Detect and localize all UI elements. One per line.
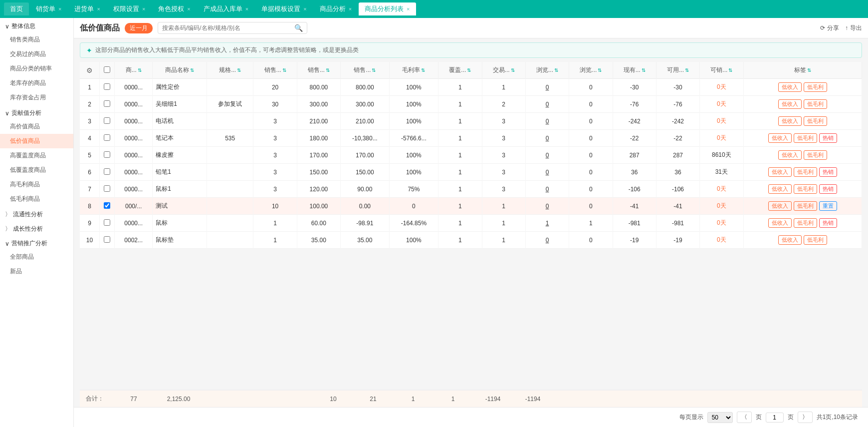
table-container[interactable]: ⚙ 商...⇅ 商品名称⇅ 规格...⇅ 销售...⇅ 销售...⇅ 销售...… (74, 62, 868, 390)
close-icon[interactable]: × (142, 6, 145, 12)
footer-stock: -1194 (473, 396, 513, 403)
nav-purchase-order[interactable]: 进货单 × (68, 2, 106, 15)
sidebar-item-traded-goods[interactable]: 交易过的商品 (0, 47, 73, 61)
share-button[interactable]: ⟳ 分享 (820, 24, 839, 32)
th-tags[interactable]: 标签⇅ (743, 62, 862, 79)
nav-product-analysis[interactable]: 商品分析 × (314, 2, 358, 15)
export-button[interactable]: ↑ 导出 (845, 24, 862, 32)
prev-page-button[interactable]: 〈 (737, 412, 752, 423)
th-qty[interactable]: 销售...⇅ (253, 62, 297, 79)
row-gross: 100% (389, 164, 438, 181)
sidebar-item-low-coverage[interactable]: 低覆盖度商品 (0, 163, 73, 177)
th-amount[interactable]: 销售...⇅ (341, 62, 390, 79)
sidebar-item-all-goods[interactable]: 全部商品 (0, 250, 73, 264)
row-checkbox[interactable] (104, 236, 110, 243)
search-icon[interactable]: 🔍 (294, 24, 303, 32)
sidebar-group-overview: ∨ 整体信息 (0, 18, 73, 32)
row-pv1[interactable]: 0 (525, 147, 569, 164)
next-page-button[interactable]: 〉 (798, 412, 813, 423)
th-gross[interactable]: 毛利率⇅ (389, 62, 438, 79)
close-icon[interactable]: × (303, 6, 306, 12)
th-spec[interactable]: 规格...⇅ (207, 62, 253, 79)
th-pv1[interactable]: 浏览...⇅ (525, 62, 569, 79)
nav-template-setting[interactable]: 单据模板设置 × (255, 2, 312, 15)
row-checkbox-cell[interactable] (100, 130, 115, 147)
sidebar-item-low-margin[interactable]: 低毛利商品 (0, 192, 73, 206)
close-icon[interactable]: × (349, 6, 352, 12)
row-pv1[interactable]: 0 (525, 181, 569, 198)
row-checkbox[interactable] (104, 185, 110, 192)
close-icon[interactable]: × (187, 6, 190, 12)
nav-product-analysis-list[interactable]: 商品分析列表 × (359, 2, 416, 15)
row-pv1[interactable]: 0 (525, 113, 569, 130)
th-gear[interactable]: ⚙ (80, 62, 100, 79)
sidebar-item-sales-goods[interactable]: 销售类商品 (0, 32, 73, 47)
per-page-select[interactable]: 50 100 200 (707, 412, 733, 423)
row-checkbox[interactable] (104, 83, 110, 90)
th-checkbox[interactable] (100, 62, 115, 79)
sidebar-item-old-inventory[interactable]: 老库存的商品 (0, 76, 73, 90)
th-avail[interactable]: 可用...⇅ (656, 62, 699, 79)
row-pv1[interactable]: 0 (525, 79, 569, 96)
th-pv2[interactable]: 浏览...⇅ (569, 62, 613, 79)
sidebar-item-high-coverage[interactable]: 高覆盖度商品 (0, 148, 73, 163)
sidebar-item-new-goods[interactable]: 新品 (0, 264, 73, 279)
nav-sales-order[interactable]: 销货单 × (30, 2, 67, 15)
sidebar-group-growth[interactable]: 〉 成长性分析 (0, 221, 73, 235)
row-checkbox-cell[interactable] (100, 181, 115, 198)
th-code[interactable]: 商...⇅ (115, 62, 153, 79)
row-code: 0000... (115, 215, 153, 232)
row-checkbox[interactable] (104, 202, 110, 209)
row-tags: 低收入低毛利热销 (743, 215, 862, 232)
row-pv1[interactable]: 0 (525, 198, 569, 215)
row-days: 0天 (700, 96, 743, 113)
sidebar-item-high-margin[interactable]: 高毛利商品 (0, 177, 73, 192)
gear-icon[interactable]: ⚙ (86, 66, 93, 74)
sidebar-item-category-rate[interactable]: 商品分类的销率 (0, 61, 73, 76)
row-pv1[interactable]: 0 (525, 164, 569, 181)
row-checkbox-cell[interactable] (100, 164, 115, 181)
period-button[interactable]: 近一月 (125, 23, 153, 33)
sidebar-item-high-value[interactable]: 高价值商品 (0, 119, 73, 134)
nav-home[interactable]: 首页 (4, 2, 29, 15)
row-checkbox-cell[interactable] (100, 79, 115, 96)
th-price[interactable]: 销售...⇅ (297, 62, 340, 79)
row-checkbox[interactable] (104, 134, 110, 141)
row-pv1[interactable]: 0 (525, 232, 569, 249)
row-pv1[interactable]: 0 (525, 96, 569, 113)
close-icon[interactable]: × (58, 6, 61, 12)
row-checkbox-cell[interactable] (100, 113, 115, 130)
row-stock: -19 (613, 232, 656, 249)
row-checkbox[interactable] (104, 151, 110, 158)
row-checkbox-cell[interactable] (100, 232, 115, 249)
sidebar-group-circulation[interactable]: 〉 流通性分析 (0, 206, 73, 221)
row-checkbox-cell[interactable] (100, 147, 115, 164)
th-cover[interactable]: 覆盖...⇅ (438, 62, 482, 79)
nav-permission[interactable]: 权限设置 × (107, 2, 151, 15)
row-name: 鼠标垫 (153, 232, 207, 249)
row-checkbox[interactable] (104, 219, 110, 226)
search-input[interactable] (162, 24, 291, 31)
row-checkbox[interactable] (104, 100, 110, 107)
row-pv1[interactable]: 1 (525, 215, 569, 232)
select-all-checkbox[interactable] (104, 66, 110, 73)
th-trade[interactable]: 交易...⇅ (482, 62, 525, 79)
nav-product-inbound[interactable]: 产成品入库单 × (198, 2, 254, 15)
page-input[interactable] (766, 413, 784, 423)
content-area: 低价值商品 近一月 🔍 ⟳ 分享 ↑ 导出 ✦ 这部分商品的销售收入大幅低于商品… (74, 18, 868, 427)
row-checkbox[interactable] (104, 168, 110, 175)
sidebar-item-low-value[interactable]: 低价值商品 (0, 134, 73, 148)
row-checkbox[interactable] (104, 117, 110, 124)
th-stock[interactable]: 现有...⇅ (613, 62, 656, 79)
row-checkbox-cell[interactable] (100, 96, 115, 113)
sidebar-item-inventory-capital[interactable]: 库存资金占用 (0, 90, 73, 105)
close-icon[interactable]: × (97, 6, 100, 12)
th-name[interactable]: 商品名称⇅ (153, 62, 207, 79)
row-checkbox-cell[interactable] (100, 198, 115, 215)
row-checkbox-cell[interactable] (100, 215, 115, 232)
th-days[interactable]: 可销...⇅ (700, 62, 743, 79)
close-icon[interactable]: × (407, 6, 410, 12)
row-pv1[interactable]: 0 (525, 130, 569, 147)
nav-role-auth[interactable]: 角色授权 × (152, 2, 196, 15)
close-icon[interactable]: × (245, 6, 248, 12)
